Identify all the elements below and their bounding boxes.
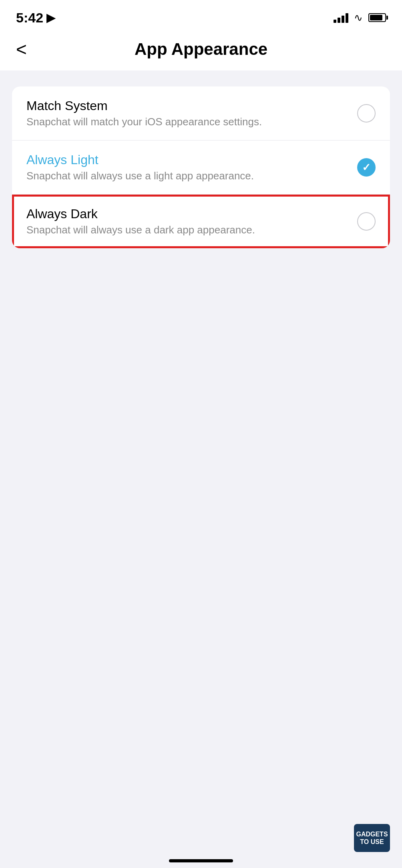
status-time: 5:42 ▶	[16, 10, 55, 26]
option-match-system-text: Match System Snapchat will match your iO…	[26, 98, 357, 128]
nav-header: < App Appearance	[0, 32, 402, 70]
option-always-dark-radio[interactable]	[357, 212, 376, 231]
option-always-light-subtitle: Snapchat will always use a light app app…	[26, 170, 357, 182]
battery-icon	[368, 13, 386, 22]
home-indicator	[169, 859, 233, 862]
option-always-dark-title: Always Dark	[26, 207, 357, 221]
page-title: App Appearance	[135, 40, 267, 59]
option-always-light[interactable]: Always Light Snapchat will always use a …	[12, 141, 390, 195]
wifi-icon: ∿	[354, 12, 363, 24]
time-display: 5:42	[16, 10, 43, 26]
option-always-dark-text: Always Dark Snapchat will always use a d…	[26, 207, 357, 236]
option-always-light-radio[interactable]	[357, 158, 376, 177]
watermark: GADGETSTO USE	[354, 824, 390, 852]
content-area: Match System Snapchat will match your iO…	[0, 70, 402, 264]
option-match-system-title: Match System	[26, 98, 357, 113]
option-match-system-subtitle: Snapchat will match your iOS appearance …	[26, 116, 357, 128]
option-always-dark[interactable]: Always Dark Snapchat will always use a d…	[12, 195, 390, 248]
location-icon: ▶	[46, 11, 55, 24]
watermark-label: GADGETSTO USE	[356, 830, 388, 846]
option-always-light-title: Always Light	[26, 153, 357, 167]
option-always-light-text: Always Light Snapchat will always use a …	[26, 153, 357, 182]
option-match-system[interactable]: Match System Snapchat will match your iO…	[12, 86, 390, 141]
status-icons: ∿	[334, 12, 386, 24]
battery-fill	[370, 15, 382, 20]
option-always-dark-subtitle: Snapchat will always use a dark app appe…	[26, 224, 357, 236]
status-bar: 5:42 ▶ ∿	[0, 0, 402, 32]
signal-icon	[334, 12, 348, 23]
option-match-system-radio[interactable]	[357, 104, 376, 123]
options-card: Match System Snapchat will match your iO…	[12, 86, 390, 248]
back-button[interactable]: <	[16, 40, 27, 58]
